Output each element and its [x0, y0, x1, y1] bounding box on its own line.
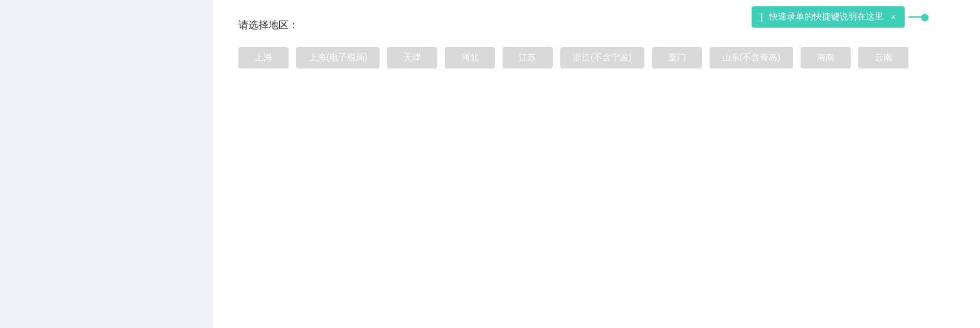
- region-button-zhejiang[interactable]: 浙江(不含宁波): [560, 47, 644, 68]
- region-button-hainan[interactable]: 海南: [801, 47, 851, 68]
- tooltip-text: 快速录单的快捷键说明在这里: [769, 11, 883, 23]
- region-button-xiamen[interactable]: 厦门: [652, 47, 702, 68]
- left-sidebar: [0, 0, 213, 328]
- tooltip-close-button[interactable]: ×: [891, 12, 896, 22]
- region-button-shanghai-etax[interactable]: 上海(电子税局): [296, 47, 380, 68]
- region-button-shandong[interactable]: 山东(不含青岛): [710, 47, 793, 68]
- tooltip-banner: 快速录单的快捷键说明在这里 ×: [752, 6, 905, 28]
- region-button-tianjin[interactable]: 天津: [387, 47, 437, 68]
- region-button-jiangsu[interactable]: 江苏: [503, 47, 553, 68]
- region-buttons-container: 上海上海(电子税局)天津河北江苏浙江(不含宁波)厦门山东(不含青岛)海南云南: [238, 47, 955, 68]
- region-button-shanghai[interactable]: 上海: [238, 47, 289, 68]
- tooltip-connector-dot: [921, 14, 929, 21]
- region-button-yunnan[interactable]: 云南: [858, 47, 908, 68]
- region-button-hebei[interactable]: 河北: [445, 47, 495, 68]
- main-content: 请选择地区： 上海上海(电子税局)天津河北江苏浙江(不含宁波)厦门山东(不含青岛…: [213, 0, 980, 328]
